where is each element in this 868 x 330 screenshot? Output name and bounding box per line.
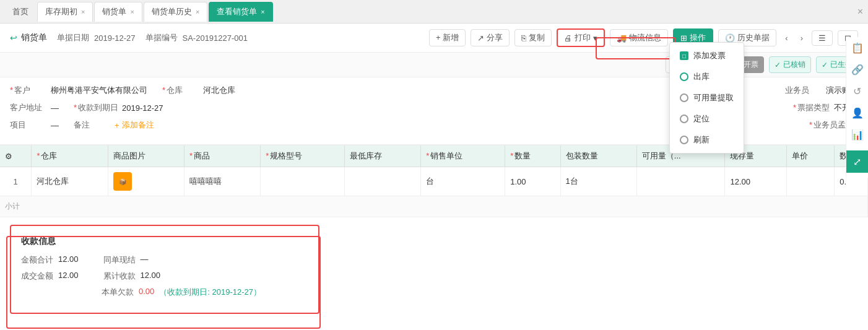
tab-bar: 首页 库存期初 × 销货单 × 销货单历史 × 查看销货单 × ×: [0, 0, 868, 24]
payment-date-value[interactable]: 2019-12-27: [122, 103, 163, 113]
close-window-btn[interactable]: ×: [857, 6, 863, 17]
available-icon: [680, 93, 688, 102]
due-value: 0.00: [139, 287, 154, 298]
add-note-btn[interactable]: + 添加备注: [115, 119, 154, 131]
due-label: 本单欠款: [102, 287, 134, 298]
same-order-item: 同单现结 —: [103, 254, 149, 266]
field-payment-date: 收款到期日 2019-12-27: [74, 102, 163, 113]
dropdown-arrow-print: ▾: [593, 33, 597, 43]
logistics-icon: 🚚: [617, 33, 627, 43]
field-project: 项目 —: [10, 119, 59, 131]
col-qty: 数量: [505, 145, 560, 167]
address-value: —: [51, 103, 59, 113]
tab-close-inventory[interactable]: ×: [81, 8, 85, 15]
col-settings[interactable]: ⚙: [0, 145, 32, 167]
next-btn[interactable]: ›: [797, 31, 807, 45]
address-label: 客户地址: [10, 102, 47, 113]
sidebar-refresh-icon[interactable]: ↺: [853, 85, 861, 97]
table-row: 1 河北仓库 📦 嘻嘻嘻嘻 台 1.00 1台 12.00 0.: [0, 167, 868, 196]
field-customer: 客户 柳州粤港平安气体有限公司: [10, 85, 147, 96]
tab-view-sales[interactable]: 查看销货单 ×: [209, 2, 272, 22]
doc-meta: 单据日期 2019-12-27 单据编号 SA-20191227-001: [57, 32, 248, 43]
cumulative-item: 累计收款 12.00: [103, 271, 161, 282]
col-spec: 规格型号: [261, 145, 345, 167]
sidebar-doc-icon[interactable]: 📋: [851, 42, 864, 54]
row-pack-qty: 1台: [560, 167, 636, 196]
due-item: 本单欠款 0.00 （收款到期日: 2019-12-27）: [102, 287, 261, 298]
dropdown-locate[interactable]: 定位: [670, 108, 744, 129]
col-product: 商品: [184, 145, 260, 167]
row-min-stock: [345, 167, 421, 196]
product-table: ⚙ 仓库 商品图片 商品 规格型号 最低库存 销售单位 数量 包装数量 可用量（…: [0, 145, 868, 217]
col-price: 单价: [787, 145, 835, 167]
add-invoice-icon: □: [680, 51, 688, 60]
tab-close-sales-history[interactable]: ×: [196, 8, 199, 15]
cumulative-value: 12.00: [141, 271, 161, 282]
print-btn[interactable]: 🖨 打印 ▾: [557, 28, 605, 47]
col-warehouse: 仓库: [32, 145, 108, 167]
out-warehouse-icon: [680, 72, 688, 81]
warehouse-label: 仓库: [162, 85, 199, 96]
operations-dropdown: □ 添加发票 出库 可用量提取 定位 刷新: [669, 42, 744, 154]
tab-inventory[interactable]: 库存期初 ×: [37, 2, 93, 22]
subtotal-row: 小计: [0, 196, 868, 217]
tab-sales-history[interactable]: 销货单历史 ×: [144, 2, 207, 22]
total-label: 金额合计: [21, 254, 53, 266]
total-item: 金额合计 12.00: [21, 254, 79, 266]
doc-date-label: 单据日期 2019-12-27: [57, 32, 136, 43]
tab-close-view-sales[interactable]: ×: [261, 8, 264, 15]
subtotal-label: 小计: [0, 196, 868, 217]
sidebar-expand-icon[interactable]: ⤢: [846, 150, 869, 173]
warehouse-value[interactable]: 河北仓库: [203, 85, 235, 96]
product-img: 📦: [113, 172, 132, 191]
row-spec: [261, 167, 345, 196]
note-label: 备注: [74, 119, 111, 131]
row-price: [787, 167, 835, 196]
total-value: 12.00: [58, 254, 79, 266]
row-available: [636, 167, 725, 196]
same-order-label: 同单现结: [103, 254, 136, 266]
tab-close-sales[interactable]: ×: [130, 8, 134, 15]
view-list-btn[interactable]: ☰: [812, 30, 833, 46]
col-min-stock: 最低库存: [345, 145, 421, 167]
dropdown-out-warehouse[interactable]: 出库: [670, 66, 744, 87]
customer-value[interactable]: 柳州粤港平安气体有限公司: [51, 85, 147, 96]
staff-label: 业务员: [785, 85, 822, 96]
locate-icon: [680, 115, 688, 123]
tab-home[interactable]: 首页: [5, 2, 36, 21]
payment-row-1: 金额合计 12.00 同单现结 —: [21, 254, 308, 266]
payment-date-label: 收款到期日: [74, 102, 118, 113]
share-btn[interactable]: ↗ 分享: [471, 29, 510, 46]
grid-icon: ⊞: [680, 33, 687, 43]
prev-btn[interactable]: ‹: [781, 31, 791, 45]
share-icon: ↗: [477, 33, 484, 43]
dropdown-refresh[interactable]: 刷新: [670, 129, 744, 150]
staff2-label: 业务员孟: [809, 119, 846, 131]
doc-icon: ↩: [10, 33, 17, 43]
deal-value: 12.00: [58, 271, 79, 282]
field-address: 客户地址 —: [10, 102, 59, 113]
plus-icon: +: [115, 121, 119, 130]
project-value: —: [51, 121, 59, 130]
approved-btn[interactable]: ✓ 已核销: [769, 56, 811, 73]
dropdown-add-invoice[interactable]: □ 添加发票: [670, 45, 744, 66]
doc-number-label: 单据编号 SA-20191227-001: [145, 32, 248, 43]
deal-label: 成交金额: [21, 271, 53, 282]
dropdown-available[interactable]: 可用量提取: [670, 87, 744, 108]
tab-sales[interactable]: 销货单 ×: [94, 2, 142, 22]
row-unit: 台: [421, 167, 505, 196]
row-product: 嘻嘻嘻嘻: [184, 167, 260, 196]
new-btn[interactable]: + 新增: [429, 29, 466, 46]
col-pack-qty: 包装数量: [560, 145, 636, 167]
row-qty: 1.00: [505, 167, 560, 196]
sidebar-link-icon[interactable]: 🔗: [851, 64, 864, 76]
payment-row-2: 成交金额 12.00 累计收款 12.00: [21, 271, 308, 282]
refresh-icon: [680, 136, 688, 144]
copy-btn[interactable]: ⎘ 复制: [514, 29, 552, 46]
sidebar-user-icon[interactable]: 👤: [851, 107, 864, 119]
project-label: 项目: [10, 119, 47, 131]
logistics-btn[interactable]: 🚚 物流信息: [610, 29, 668, 46]
product-table-container: ⚙ 仓库 商品图片 商品 规格型号 最低库存 销售单位 数量 包装数量 可用量（…: [0, 145, 868, 217]
doc-title-text: 销货单: [21, 32, 47, 43]
sidebar-chart-icon[interactable]: 📊: [851, 129, 864, 141]
